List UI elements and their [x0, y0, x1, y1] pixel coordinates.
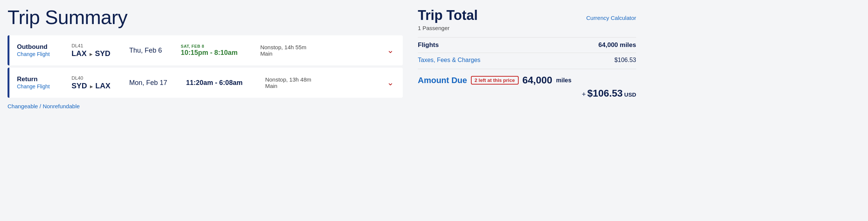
taxes-label: Taxes, Fees & Charges: [418, 57, 480, 64]
trip-total-header: Trip Total Currency Calculator: [418, 8, 636, 23]
amount-due-section: Amount Due 2 left at this price 64,000 m…: [418, 69, 636, 99]
page-container: Trip Summary Outbound Change Flight DL41…: [0, 0, 868, 221]
outbound-arrive-date: SAT, FEB 8: [181, 44, 238, 48]
outbound-expand-icon[interactable]: ⌄: [387, 45, 394, 55]
return-type-label: Return: [17, 76, 72, 83]
return-cabin: Main: [265, 83, 311, 89]
return-depart-date: Mon, Feb 17: [129, 79, 167, 87]
return-time: 11:20am - 6:08am: [186, 79, 242, 87]
return-time-col: 11:20am - 6:08am: [186, 79, 242, 87]
outbound-chevron-col: ⌄: [387, 45, 394, 55]
dollar-amount: $106.53: [587, 88, 623, 99]
outbound-change-flight-link[interactable]: Change Flight: [17, 51, 50, 57]
outbound-cabin: Main: [260, 50, 306, 57]
outbound-time-col: SAT, FEB 8 10:15pm - 8:10am: [181, 44, 238, 57]
return-info-col: DL40 SYD ▸ LAX: [72, 75, 110, 90]
return-chevron-col: ⌄: [387, 78, 394, 88]
return-destination: LAX: [95, 82, 110, 90]
outbound-flight-number: DL41: [72, 43, 110, 48]
outbound-depart-date: Thu, Feb 6: [129, 47, 162, 54]
return-flight-card: Return Change Flight DL40 SYD ▸ LAX Mon,…: [8, 68, 403, 98]
return-route: SYD ▸ LAX: [72, 82, 110, 90]
left-panel: Trip Summary Outbound Change Flight DL41…: [8, 6, 403, 213]
plus-sign: +: [582, 91, 586, 98]
flights-cost-row: Flights 64,000 miles: [418, 37, 636, 53]
return-duration: Nonstop, 13h 48m: [265, 76, 311, 83]
flights-label: Flights: [418, 41, 439, 49]
return-change-flight-link[interactable]: Change Flight: [17, 83, 50, 89]
taxes-value: $106.53: [614, 57, 636, 64]
outbound-duration: Nonstop, 14h 55m: [260, 44, 306, 50]
outbound-origin: LAX: [72, 49, 87, 58]
trip-summary-title: Trip Summary: [8, 6, 403, 29]
return-flight-number: DL40: [72, 75, 110, 81]
passenger-count: 1 Passenger: [418, 25, 636, 31]
route-arrow-return: ▸: [90, 83, 93, 89]
outbound-duration-col: Nonstop, 14h 55m Main: [260, 44, 306, 57]
route-arrow-outbound: ▸: [90, 51, 92, 57]
return-label-col: Return Change Flight: [17, 76, 72, 90]
amount-due-label: Amount Due: [418, 76, 467, 85]
outbound-info-col: DL41 LAX ▸ SYD: [72, 43, 110, 58]
taxes-cost-row: Taxes, Fees & Charges $106.53: [418, 53, 636, 67]
amount-due-subrow: + $106.53 USD: [418, 88, 636, 99]
miles-label: miles: [556, 77, 571, 84]
outbound-flight-card: Outbound Change Flight DL41 LAX ▸ SYD Th…: [8, 35, 403, 65]
seats-badge: 2 left at this price: [471, 76, 519, 85]
return-origin: SYD: [72, 82, 87, 90]
currency-calculator-link[interactable]: Currency Calculator: [586, 15, 636, 21]
outbound-time: 10:15pm - 8:10am: [181, 49, 238, 57]
usd-label: USD: [624, 91, 636, 98]
return-expand-icon[interactable]: ⌄: [387, 78, 394, 87]
changeable-note: Changeable / Nonrefundable: [8, 103, 403, 109]
amount-due-row: Amount Due 2 left at this price 64,000 m…: [418, 74, 636, 86]
return-duration-col: Nonstop, 13h 48m Main: [265, 76, 311, 89]
amount-miles: 64,000: [522, 74, 553, 86]
flights-value: 64,000 miles: [598, 41, 636, 49]
trip-total-title: Trip Total: [418, 8, 478, 23]
outbound-label-col: Outbound Change Flight: [17, 43, 72, 58]
right-panel: Trip Total Currency Calculator 1 Passeng…: [418, 6, 636, 213]
outbound-destination: SYD: [95, 49, 110, 58]
outbound-type-label: Outbound: [17, 43, 72, 51]
outbound-route: LAX ▸ SYD: [72, 49, 110, 58]
